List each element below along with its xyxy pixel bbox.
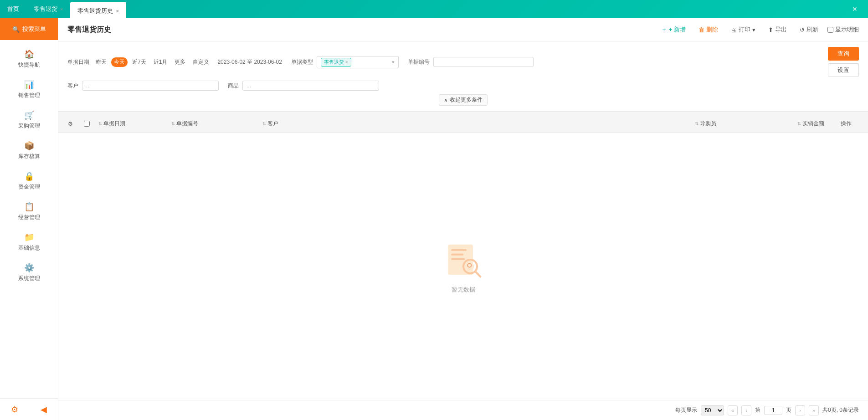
th-checkbox[interactable] <box>78 121 95 127</box>
empty-state-text: 暂无数据 <box>452 286 475 294</box>
delete-button[interactable]: 🗑 删除 <box>695 24 722 36</box>
query-button[interactable]: 查询 <box>828 47 859 61</box>
th-amount-sort-icon: ⇅ <box>797 121 801 126</box>
sidebar-item-purchase[interactable]: 🛒 采购管理 <box>0 105 58 135</box>
empty-state-icon <box>441 239 486 280</box>
bill-type-select[interactable]: 零售退货 × ▾ <box>317 56 399 68</box>
export-label: 导出 <box>775 26 787 34</box>
th-bill-no[interactable]: ⇅ 单据编号 <box>168 120 259 128</box>
th-guide-sort-icon: ⇅ <box>695 121 699 126</box>
th-customer[interactable]: ⇅ 客户 <box>259 120 691 128</box>
export-button[interactable]: ⬆ 导出 <box>765 24 791 36</box>
th-amount[interactable]: ⇅ 实销金额 <box>764 120 828 128</box>
tab-retail-return-close[interactable]: × <box>60 6 63 12</box>
bill-no-input[interactable] <box>433 57 534 67</box>
setting-button[interactable]: 设置 <box>828 63 859 77</box>
sidebar-item-basic-info-label: 基础信息 <box>18 244 40 252</box>
first-page-button[interactable]: « <box>728 405 738 415</box>
new-label: + 新增 <box>669 26 686 34</box>
sidebar-item-management[interactable]: 📋 经营管理 <box>0 196 58 227</box>
export-icon: ⬆ <box>768 26 773 33</box>
sidebar-item-sales[interactable]: 📊 销售管理 <box>0 74 58 105</box>
th-bill-no-sort-icon: ⇅ <box>171 121 175 126</box>
date-option-7days[interactable]: 近7天 <box>129 57 149 67</box>
th-date[interactable]: ⇅ 单据日期 <box>95 120 168 128</box>
management-icon: 📋 <box>24 202 34 212</box>
prev-page-button[interactable]: ‹ <box>741 405 751 415</box>
sidebar-item-purchase-label: 采购管理 <box>18 122 40 130</box>
home-icon: 🏠 <box>24 49 34 59</box>
per-page-label: 每页显示 <box>675 406 697 414</box>
search-icon: 🔍 <box>12 26 20 33</box>
top-bar-right: × <box>848 5 868 14</box>
sidebar-item-finance[interactable]: 🔒 资金管理 <box>0 166 58 196</box>
date-filter-label: 单据日期 <box>67 58 89 66</box>
sidebar: 🔍 搜索菜单 🏠 快捷导航 📊 销售管理 🛒 采购管理 📦 库存核算 🔒 <box>0 18 58 420</box>
customer-input[interactable]: ... <box>82 81 219 91</box>
th-guide-label: 导购员 <box>700 120 716 128</box>
date-options: 昨天 今天 近7天 近1月 更多 自定义 <box>93 57 212 67</box>
sidebar-item-inventory[interactable]: 📦 库存核算 <box>0 135 58 166</box>
th-settings[interactable]: ⚙ <box>62 121 78 127</box>
date-option-1month[interactable]: 近1月 <box>151 57 170 67</box>
collapse-icon[interactable]: ◀ <box>41 405 47 415</box>
total-info: 共0页, 0条记录 <box>822 406 859 414</box>
th-guide[interactable]: ⇅ 导购员 <box>691 120 764 128</box>
collapse-icon: ∧ <box>444 97 448 103</box>
collapse-button[interactable]: ∧ 收起更多条件 <box>439 94 488 106</box>
svg-rect-3 <box>451 258 465 260</box>
system-icon: ⚙️ <box>24 263 34 273</box>
bill-type-tag: 零售退货 × <box>321 58 351 67</box>
tab-retail-return-history-close[interactable]: × <box>116 8 118 14</box>
tab-retail-return-history[interactable]: 零售退货历史 × <box>70 2 126 20</box>
date-option-custom[interactable]: 自定义 <box>190 57 212 67</box>
sidebar-search[interactable]: 🔍 搜索菜单 <box>0 18 58 40</box>
bill-no-label: 单据编号 <box>408 58 430 66</box>
svg-rect-2 <box>451 253 463 255</box>
th-action: 操作 <box>828 120 864 128</box>
select-all-checkbox[interactable] <box>84 121 90 127</box>
per-page-select[interactable]: 50 10 20 100 <box>701 405 724 415</box>
sidebar-item-basic-info[interactable]: 📁 基础信息 <box>0 227 58 257</box>
filter-bar: 单据日期 昨天 今天 近7天 近1月 更多 自定义 2023-06-02 至 2… <box>58 41 868 112</box>
date-option-yesterday[interactable]: 昨天 <box>93 57 109 67</box>
sidebar-search-label: 搜索菜单 <box>22 25 46 33</box>
date-option-today[interactable]: 今天 <box>111 57 128 67</box>
sales-icon: 📊 <box>24 80 34 90</box>
svg-line-5 <box>475 271 480 277</box>
print-button[interactable]: 🖨 打印 ▾ <box>727 24 759 36</box>
main-layout: 🔍 搜索菜单 🏠 快捷导航 📊 销售管理 🛒 采购管理 📦 库存核算 🔒 <box>0 18 868 420</box>
show-detail-label: 显示明细 <box>835 26 859 34</box>
goods-input[interactable]: ... <box>242 81 379 91</box>
refresh-button[interactable]: ↺ 刷新 <box>796 24 822 36</box>
bill-no-filter: 单据编号 <box>408 57 534 67</box>
filter-row-2: 客户 ... 商品 ... <box>67 81 859 91</box>
bill-type-remove[interactable]: × <box>345 60 348 65</box>
last-page-icon: » <box>812 408 815 413</box>
print-label: 打印 <box>739 26 750 34</box>
page-prefix-label: 第 <box>755 406 760 414</box>
tab-list: 首页 零售退货 × 零售退货历史 × <box>0 0 848 18</box>
goods-filter: 商品 ... <box>228 81 379 91</box>
sidebar-item-system[interactable]: ⚙️ 系统管理 <box>0 257 58 288</box>
tab-home[interactable]: 首页 <box>0 0 26 18</box>
tab-home-label: 首页 <box>7 5 19 13</box>
collapse-label: 收起更多条件 <box>450 96 483 104</box>
table-header: ⚙ ⇅ 单据日期 ⇅ 单据编号 ⇅ 客户 ⇅ <box>58 115 868 133</box>
next-page-button[interactable]: › <box>795 405 805 415</box>
new-button[interactable]: ＋ + 新增 <box>657 24 689 36</box>
top-bar: 首页 零售退货 × 零售退货历史 × × <box>0 0 868 18</box>
th-bill-no-label: 单据编号 <box>176 120 198 128</box>
tab-retail-return[interactable]: 零售退货 × <box>26 0 70 18</box>
content-area: 零售退货历史 ＋ + 新增 🗑 删除 🖨 打印 ▾ ⬆ 导出 <box>58 18 868 420</box>
sidebar-item-home[interactable]: 🏠 快捷导航 <box>0 44 58 74</box>
show-detail-input[interactable] <box>827 27 833 33</box>
window-close-button[interactable]: × <box>848 5 861 14</box>
settings-bottom-icon[interactable]: ⚙ <box>11 405 18 415</box>
date-option-more[interactable]: 更多 <box>172 57 188 67</box>
page-number-input[interactable] <box>764 406 782 415</box>
prev-page-icon: ‹ <box>745 408 747 413</box>
show-detail-checkbox[interactable]: 显示明细 <box>827 26 859 34</box>
last-page-button[interactable]: » <box>809 405 819 415</box>
page-header: 零售退货历史 ＋ + 新增 🗑 删除 🖨 打印 ▾ ⬆ 导出 <box>58 18 868 41</box>
